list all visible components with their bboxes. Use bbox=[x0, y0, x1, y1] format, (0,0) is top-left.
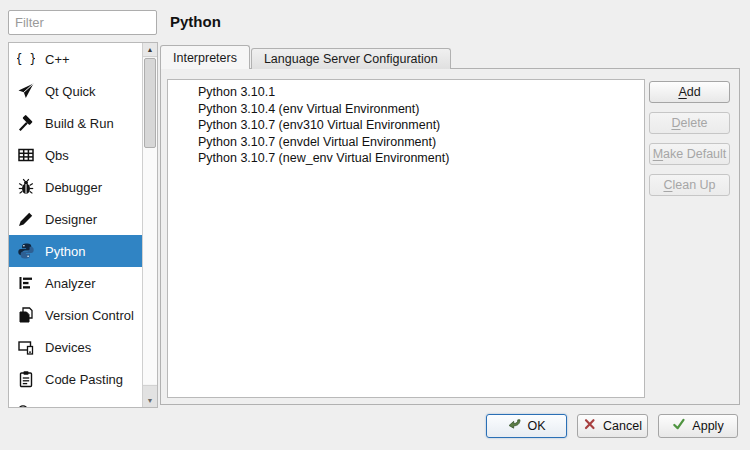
sidebar-item-language-client[interactable]: Language Client bbox=[9, 395, 142, 407]
devices-icon bbox=[17, 338, 35, 356]
interpreter-item[interactable]: Python 3.10.7 (envdel Virtual Environmen… bbox=[198, 134, 644, 151]
interpreter-item[interactable]: Python 3.10.7 (env310 Virtual Environmen… bbox=[198, 117, 644, 134]
scrollbar-track[interactable] bbox=[143, 58, 157, 384]
options-dialog: Python { } C++ Qt Quick Build & Run Qbs … bbox=[0, 0, 750, 450]
pages-icon bbox=[17, 306, 35, 324]
interpreter-item[interactable]: Python 3.10.4 (env Virtual Environment) bbox=[198, 101, 644, 118]
tab-language-server-configuration[interactable]: Language Server Configuration bbox=[251, 48, 451, 69]
sidebar-item-debugger[interactable]: Debugger bbox=[9, 171, 142, 203]
interpreter-item[interactable]: Python 3.10.7 (new_env Virtual Environme… bbox=[198, 150, 644, 167]
sidebar-item-build-and-run[interactable]: Build & Run bbox=[9, 107, 142, 139]
clean-up-button[interactable]: Clean Up bbox=[649, 174, 730, 196]
dialog-button-label: Apply bbox=[692, 419, 723, 433]
python-icon bbox=[17, 242, 35, 260]
dialog-button-label: Cancel bbox=[603, 419, 642, 433]
paper-plane-icon bbox=[17, 82, 35, 100]
interpreter-actions: Add Delete Make Default Clean Up bbox=[649, 81, 730, 196]
page-title: Python bbox=[170, 13, 221, 30]
sidebar-item-python[interactable]: Python bbox=[9, 235, 142, 267]
svg-text:{ }: { } bbox=[17, 52, 35, 66]
apply-check-icon bbox=[672, 417, 687, 435]
grid-icon bbox=[17, 146, 35, 164]
delete-button[interactable]: Delete bbox=[649, 112, 730, 134]
sidebar-item-version-control[interactable]: Version Control bbox=[9, 299, 142, 331]
filter-input[interactable] bbox=[8, 10, 157, 35]
sidebar-item-qbs[interactable]: Qbs bbox=[9, 139, 142, 171]
category-list: { } C++ Qt Quick Build & Run Qbs Debugge… bbox=[8, 42, 158, 408]
sidebar-scrollbar[interactable]: ▲ ▼ bbox=[142, 43, 157, 407]
sidebar-item-devices[interactable]: Devices bbox=[9, 331, 142, 363]
sidebar-item-qt-quick[interactable]: Qt Quick bbox=[9, 75, 142, 107]
sidebar-item-label: Devices bbox=[45, 340, 91, 355]
braces-icon: { } bbox=[17, 50, 35, 68]
sidebar-item-designer[interactable]: Designer bbox=[9, 203, 142, 235]
sidebar-item-label: Version Control bbox=[45, 308, 134, 323]
make-default-button[interactable]: Make Default bbox=[649, 143, 730, 165]
sidebar-item-label: Code Pasting bbox=[45, 372, 123, 387]
sidebar-item-label: Designer bbox=[45, 212, 97, 227]
apply-button[interactable]: Apply bbox=[658, 414, 738, 438]
triangle-down-icon: ▼ bbox=[147, 397, 154, 404]
bug-icon bbox=[17, 178, 35, 196]
language-client-icon bbox=[17, 402, 35, 407]
sidebar-item-label: Language Client bbox=[45, 404, 140, 408]
cancel-button[interactable]: Cancel bbox=[577, 414, 648, 438]
sidebar-item-analyzer[interactable]: Analyzer bbox=[9, 267, 142, 299]
sidebar-item-label: Debugger bbox=[45, 180, 102, 195]
interpreter-item[interactable]: Python 3.10.1 bbox=[198, 84, 644, 101]
tab-interpreters[interactable]: Interpreters bbox=[160, 45, 250, 69]
dialog-buttons: OK Cancel Apply bbox=[486, 414, 738, 438]
ok-button[interactable]: OK bbox=[486, 414, 567, 438]
cancel-x-icon bbox=[583, 417, 598, 435]
sidebar-item-label: Qt Quick bbox=[45, 84, 96, 99]
sidebar-item-label: Qbs bbox=[45, 148, 69, 163]
tab-bar: InterpretersLanguage Server Configuratio… bbox=[160, 45, 452, 69]
scroll-down-button[interactable]: ▼ bbox=[143, 385, 157, 407]
sidebar-item-label: Analyzer bbox=[45, 276, 96, 291]
sidebar-item-label: C++ bbox=[45, 52, 70, 67]
sidebar-item-label: Build & Run bbox=[45, 116, 114, 131]
category-rows: { } C++ Qt Quick Build & Run Qbs Debugge… bbox=[9, 43, 142, 407]
interpreter-list[interactable]: Python 3.10.1Python 3.10.4 (env Virtual … bbox=[167, 79, 645, 398]
sidebar-item-cpp[interactable]: { } C++ bbox=[9, 43, 142, 75]
clipboard-icon bbox=[17, 370, 35, 388]
tab-panel: Python 3.10.1Python 3.10.4 (env Virtual … bbox=[160, 68, 740, 405]
sidebar-item-label: Python bbox=[45, 244, 85, 259]
scroll-up-button[interactable]: ▲ bbox=[143, 43, 157, 57]
add-button[interactable]: Add bbox=[649, 81, 730, 103]
dialog-button-label: OK bbox=[527, 419, 545, 433]
hammer-icon bbox=[17, 114, 35, 132]
ok-arrow-icon bbox=[507, 417, 522, 435]
scrollbar-thumb[interactable] bbox=[144, 58, 156, 148]
analyzer-bars-icon bbox=[17, 274, 35, 292]
sidebar-item-code-pasting[interactable]: Code Pasting bbox=[9, 363, 142, 395]
pencil-icon bbox=[17, 210, 35, 228]
triangle-up-icon: ▲ bbox=[147, 46, 154, 53]
